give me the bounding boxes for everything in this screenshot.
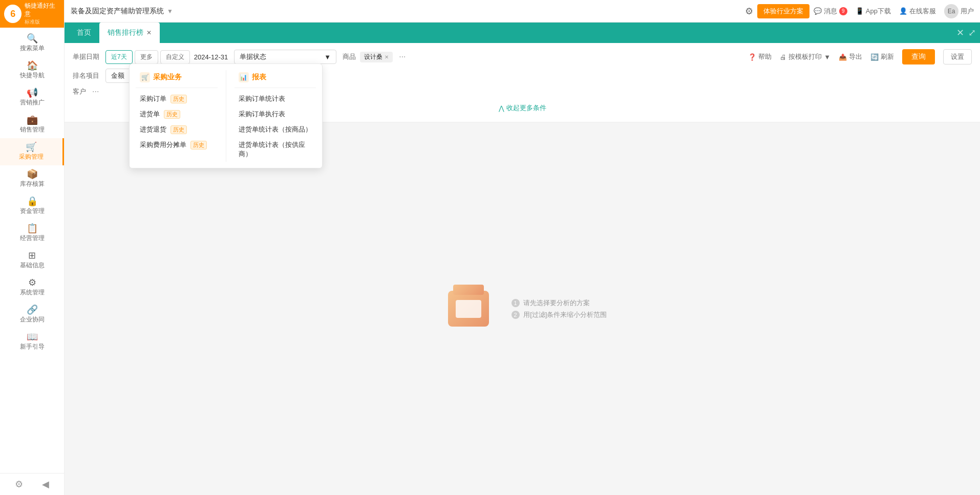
sidebar-item-sales[interactable]: 💼 销售管理 <box>0 111 64 138</box>
tab-close-icon[interactable]: ✕ <box>146 29 152 36</box>
date-preset-7days[interactable]: 近7天 <box>105 50 133 64</box>
sidebar-label-purchase: 采购管理 <box>19 153 44 161</box>
empty-hints: 1 请先选择要分析的方案 2 用[过滤]条件来缩小分析范围 <box>512 297 607 321</box>
search-icon: 🔍 <box>27 34 38 43</box>
topbar-gear-icon[interactable]: ⚙ <box>745 6 753 17</box>
tabbar-close-btn[interactable]: ✕ <box>956 27 964 38</box>
tabbar-expand-btn[interactable]: ⤢ <box>968 27 976 38</box>
title-dropdown-arrow[interactable]: ▼ <box>167 8 173 15</box>
bill-status-select[interactable]: 单据状态 ▼ <box>234 50 336 64</box>
dropdown-goods-return[interactable]: 进货退货 历史 <box>136 122 218 137</box>
sidebar-label-marketing: 营销推广 <box>20 98 45 107</box>
help-btn[interactable]: ❓ 帮助 <box>748 52 772 61</box>
sidebar-label-sales: 销售管理 <box>20 125 45 134</box>
tab-home[interactable]: 首页 <box>69 23 99 43</box>
sidebar: 6 畅捷通好生意 标准版 🔍 搜索菜单 🏠 快捷导航 📢 营销推广 💼 销售管理… <box>0 0 65 495</box>
sidebar-item-marketing[interactable]: 📢 营销推广 <box>0 84 64 111</box>
dropdown-order-exec[interactable]: 采购订单执行表 <box>235 106 316 122</box>
sidebar-item-search[interactable]: 🔍 搜索菜单 <box>0 30 64 57</box>
sidebar-label-enterprise: 企业协同 <box>20 315 45 324</box>
sidebar-item-purchase[interactable]: 🛒 采购管理 <box>0 138 64 165</box>
sidebar-item-finance[interactable]: 🔒 资金管理 <box>0 192 64 220</box>
sidebar-label-search: 搜索菜单 <box>20 44 45 53</box>
dropdown-order-stats[interactable]: 采购订单统计表 <box>235 91 316 106</box>
sidebar-item-system[interactable]: ⚙ 系统管理 <box>0 274 64 301</box>
customer-more-btn[interactable]: ··· <box>92 87 99 96</box>
industry-button[interactable]: 体验行业方案 <box>757 4 809 18</box>
export-icon: 📤 <box>839 53 847 61</box>
dropdown-purchase-order[interactable]: 采购订单 历史 <box>136 91 218 106</box>
app-download-action[interactable]: 📱 App下载 <box>856 7 891 16</box>
purchase-col-icon: 🛒 <box>140 72 150 82</box>
operations-icon: 📋 <box>27 224 38 233</box>
topbar: 装备及固定资产辅助管理系统 ▼ ⚙ 体验行业方案 💬 消息 9 📱 App下载 … <box>65 0 980 23</box>
goods-filter: 商品 设计桑 ✕ <box>343 52 393 62</box>
sidebar-collapse-btn[interactable]: ◀ <box>42 479 49 490</box>
basic-icon: ⊞ <box>28 251 36 260</box>
history-tag-2: 历史 <box>171 125 187 134</box>
marketing-icon: 📢 <box>27 88 38 97</box>
print-btn[interactable]: 🖨 按模板打印 ▼ <box>780 52 830 61</box>
tab-sales-ranking-label: 销售排行榜 <box>108 28 143 37</box>
date-preset-custom[interactable]: 自定义 <box>160 50 190 64</box>
tab-home-label: 首页 <box>77 28 91 37</box>
avatar-initials: Ea <box>948 8 955 15</box>
date-preset-more[interactable]: 更多 <box>135 50 158 64</box>
export-btn[interactable]: 📤 导出 <box>839 52 862 61</box>
dropdown-receipt-stats-goods[interactable]: 进货单统计表（按商品） <box>235 122 316 137</box>
dropdown-purchase-expense[interactable]: 采购费用分摊单 历史 <box>136 137 218 153</box>
print-dropdown[interactable]: ▼ <box>824 53 830 61</box>
refresh-btn[interactable]: 🔄 刷新 <box>870 52 894 61</box>
sidebar-item-quick[interactable]: 🏠 快捷导航 <box>0 57 64 84</box>
goods-tag: 设计桑 ✕ <box>360 52 393 62</box>
date-value: 2024-12-31 <box>194 53 228 61</box>
system-icon: ⚙ <box>28 278 36 287</box>
goods-more-btn[interactable]: ··· <box>399 52 406 61</box>
filter-right-actions: ❓ 帮助 🖨 按模板打印 ▼ 📤 导出 🔄 刷新 <box>748 49 972 64</box>
sidebar-item-inventory[interactable]: 📦 库存核算 <box>0 165 64 192</box>
logo-tag: 标准版 <box>25 18 60 26</box>
dropdown-receipt-stats-supplier[interactable]: 进货单统计表（按供应商） <box>235 137 316 162</box>
sidebar-item-operations[interactable]: 📋 经营管理 <box>0 220 64 247</box>
logo-name: 畅捷通好生意 <box>25 2 60 18</box>
purchase-col-header: 🛒 采购业务 <box>136 70 218 88</box>
report-col-header: 📊 报表 <box>235 70 316 88</box>
purchase-col-label: 采购业务 <box>153 73 182 82</box>
message-label: 消息 <box>824 7 837 16</box>
history-tag-1: 历史 <box>164 110 180 119</box>
settings-button[interactable]: 设置 <box>943 49 972 64</box>
avatar: Ea <box>944 4 958 18</box>
help-icon: ❓ <box>748 53 756 61</box>
sidebar-footer: ⚙ ◀ <box>0 473 64 495</box>
guide-icon: 📖 <box>27 332 38 341</box>
logo-icon: 6 <box>4 5 22 23</box>
query-button[interactable]: 查询 <box>902 49 935 64</box>
ranking-value: 金额 <box>111 71 124 80</box>
finance-icon: 🔒 <box>27 197 38 206</box>
content-area: 单据日期 近7天 更多 自定义 2024-12-31 单据状态 ▼ 商品 设计桑… <box>65 43 980 495</box>
sidebar-label-quick: 快捷导航 <box>20 71 45 80</box>
report-col-label: 报表 <box>252 73 266 82</box>
message-action[interactable]: 💬 消息 9 <box>814 7 847 16</box>
empty-hint-1: 1 请先选择要分析的方案 <box>512 297 607 309</box>
app-label: App下载 <box>866 7 891 16</box>
sidebar-item-basic[interactable]: ⊞ 基础信息 <box>0 247 64 274</box>
dropdown-goods-receipt[interactable]: 进货单 历史 <box>136 106 218 122</box>
sidebar-settings-btn[interactable]: ⚙ <box>15 479 23 490</box>
customer-label: 客户 <box>73 87 86 96</box>
report-col: 📊 报表 采购订单统计表 采购订单执行表 进货单统计表（按商品） 进货单统计表（… <box>228 70 323 162</box>
tab-sales-ranking[interactable]: 销售排行榜 ✕ <box>99 23 160 43</box>
sidebar-item-enterprise[interactable]: 🔗 企业协同 <box>0 301 64 328</box>
collapse-label: 收起更多条件 <box>506 103 546 113</box>
user-action[interactable]: Ea 用户 <box>944 4 974 18</box>
purchase-icon: 🛒 <box>26 142 37 152</box>
dropdown-divider <box>226 70 226 162</box>
message-icon: 💬 <box>814 7 822 15</box>
purchase-col: 🛒 采购业务 采购订单 历史 进货单 历史 进货退货 历史 采购费用分摊单 <box>130 70 224 162</box>
sidebar-item-guide[interactable]: 📖 新手引导 <box>0 328 64 355</box>
sidebar-label-system: 系统管理 <box>20 288 45 297</box>
system-title: 装备及固定资产辅助管理系统 ▼ <box>71 7 741 16</box>
online-service-action[interactable]: 👤 在线客服 <box>899 7 936 16</box>
sidebar-nav: 🔍 搜索菜单 🏠 快捷导航 📢 营销推广 💼 销售管理 🛒 采购管理 📦 库存核… <box>0 28 64 473</box>
goods-tag-remove[interactable]: ✕ <box>385 54 389 60</box>
